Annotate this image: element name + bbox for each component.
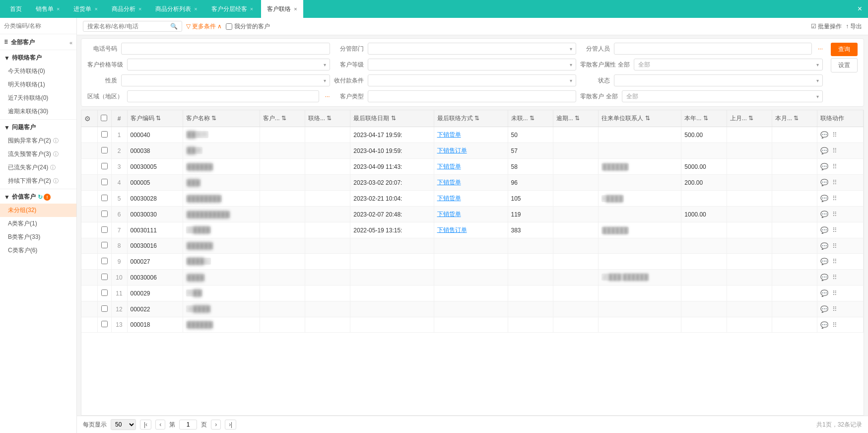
nav-customer-segment[interactable]: 客户分层经客 × <box>205 0 259 18</box>
my-customers-checkbox-label[interactable]: 我分管的客户 <box>226 22 270 31</box>
nav-purchase[interactable]: 进货单 × <box>67 0 103 18</box>
page-size-select[interactable]: 50 20 100 <box>111 419 136 430</box>
grid-icon[interactable]: ⠿ <box>832 258 837 265</box>
sidebar-item-churn-warning[interactable]: 流失预警客户(3) ⓘ <box>0 147 76 161</box>
this-year-col-header[interactable]: 本年... ⇅ <box>681 110 727 127</box>
chat-icon[interactable]: 💬 <box>820 226 828 234</box>
row-checkbox[interactable] <box>101 226 108 233</box>
last-contact-method-col-header[interactable]: 最后联络方式 ⇅ <box>434 110 508 127</box>
grid-icon[interactable]: ⠿ <box>832 242 837 250</box>
grid-icon[interactable]: ⠿ <box>832 211 837 218</box>
filter-price-level-select[interactable] <box>127 59 330 71</box>
all-customers-header[interactable]: ⠿ 全部客户 « <box>0 34 76 49</box>
last-contact-date-col-header[interactable]: 最后联络日期 ⇅ <box>350 110 434 127</box>
grid-icon[interactable]: ⠿ <box>832 321 837 329</box>
grid-icon[interactable]: ⠿ <box>832 131 837 139</box>
search-input[interactable] <box>87 23 170 30</box>
name-col-header[interactable]: 客户名称 ⇅ <box>183 110 260 127</box>
nav-product-analysis[interactable]: 商品分析 × <box>106 0 147 18</box>
grid-icon[interactable]: ⠿ <box>832 179 837 186</box>
sidebar-search-box[interactable]: 🔍 <box>0 18 76 34</box>
filter-phone-input[interactable] <box>121 43 330 55</box>
row-checkbox[interactable] <box>101 289 108 296</box>
region-more-icon[interactable]: ··· <box>325 93 330 100</box>
contact-method-link[interactable]: 下销货单 <box>437 131 461 138</box>
contact-col-header[interactable]: 联络... ⇅ <box>305 110 350 127</box>
this-month-col-header[interactable]: 本月... ⇅ <box>772 110 817 127</box>
close-customer-segment-icon[interactable]: × <box>250 6 253 12</box>
grid-icon[interactable]: ⠿ <box>832 226 837 234</box>
nav-product-analysis-list[interactable]: 商品分析列表 × <box>149 0 203 18</box>
chat-icon[interactable]: 💬 <box>820 242 828 250</box>
row-last-contact-method[interactable]: 下销售订单 <box>434 143 508 159</box>
contact-method-link[interactable]: 下销货单 <box>437 211 461 217</box>
query-button[interactable]: 查询 <box>831 43 858 56</box>
row-checkbox[interactable] <box>101 258 108 264</box>
nav-customer-contact[interactable]: 客户联络 × <box>261 0 303 18</box>
grid-icon[interactable]: ⠿ <box>832 163 837 170</box>
row-last-contact-method[interactable]: 下销货单 <box>434 191 508 207</box>
batch-operation-btn[interactable]: ☑ 批量操作 <box>811 22 842 31</box>
row-checkbox[interactable] <box>101 179 108 185</box>
sidebar-item-ungroup[interactable]: 未分组(32) <box>0 204 76 217</box>
refresh-icon[interactable]: ↻ <box>38 194 43 201</box>
sidebar-item-7days[interactable]: 近7天待联络(0) <box>0 91 76 105</box>
row-checkbox[interactable] <box>101 274 108 280</box>
sidebar-item-b-class[interactable]: B类客户(33) <box>0 230 76 244</box>
value-customers-header[interactable]: ▼ 价值客户 ↻ ! <box>0 190 76 204</box>
chat-icon[interactable]: 💬 <box>820 147 828 154</box>
nav-close-all-icon[interactable]: × <box>858 4 862 13</box>
chat-icon[interactable]: 💬 <box>820 195 828 202</box>
row-last-contact-method[interactable]: 下销售订单 <box>434 222 508 238</box>
chat-icon[interactable]: 💬 <box>820 321 828 329</box>
row-last-contact-method[interactable]: 下销货单 <box>434 207 508 222</box>
manager-more-icon[interactable]: ··· <box>818 45 823 52</box>
close-purchase-icon[interactable]: × <box>94 6 97 12</box>
chat-icon[interactable]: 💬 <box>820 179 828 186</box>
pending-contact-header[interactable]: ▼ 待联络客户 <box>0 51 76 65</box>
not-contacted-col-header[interactable]: 未联... ⇅ <box>508 110 553 127</box>
next-page-btn[interactable]: › <box>211 420 221 430</box>
sidebar-item-a-class[interactable]: A类客户(1) <box>0 217 76 230</box>
sidebar-item-overdue[interactable]: 逾期未联络(30) <box>0 105 76 118</box>
last-month-col-header[interactable]: 上月... ⇅ <box>727 110 772 127</box>
my-customers-checkbox[interactable] <box>226 23 232 30</box>
sidebar-item-today[interactable]: 今天待联络(0) <box>0 65 76 78</box>
last-page-btn[interactable]: ›| <box>225 420 236 430</box>
filter-more-btn[interactable]: ▽ 更多条件 ∧ <box>186 22 222 31</box>
filter-retail-attr-select[interactable]: 全部 <box>634 59 823 71</box>
filter-region-input[interactable] <box>127 90 319 102</box>
chat-icon[interactable]: 💬 <box>820 258 828 265</box>
contact-method-link[interactable]: 下销售订单 <box>437 226 467 233</box>
close-sales-icon[interactable]: × <box>57 6 60 12</box>
grid-icon[interactable]: ⠿ <box>832 274 837 281</box>
filter-manager-input[interactable] <box>614 43 812 55</box>
sidebar-search-input[interactable] <box>4 22 77 29</box>
search-icon[interactable]: 🔍 <box>170 23 178 30</box>
filter-nature-select[interactable] <box>121 74 330 86</box>
chat-icon[interactable]: 💬 <box>820 305 828 313</box>
filter-status-select[interactable] <box>614 74 823 86</box>
chat-icon[interactable]: 💬 <box>820 163 828 170</box>
row-checkbox[interactable] <box>101 147 108 153</box>
row-checkbox[interactable] <box>101 211 108 217</box>
row-last-contact-method[interactable]: 下销货单 <box>434 127 508 143</box>
sidebar-item-churned[interactable]: 已流失客户(24) ⓘ <box>0 161 76 174</box>
contact-method-link[interactable]: 下销货单 <box>437 163 461 170</box>
sidebar-item-abnormal[interactable]: 囤购异常客户(2) ⓘ <box>0 134 76 147</box>
grid-icon[interactable]: ⠿ <box>832 147 837 154</box>
chat-icon[interactable]: 💬 <box>820 211 828 218</box>
settings-icon[interactable]: ⚙ <box>84 115 91 123</box>
close-product-analysis-list-icon[interactable]: × <box>194 6 197 12</box>
filter-customer-type-input[interactable] <box>368 90 577 102</box>
grid-icon[interactable]: ⠿ <box>832 289 837 297</box>
select-all-checkbox[interactable] <box>101 115 107 121</box>
code-col-header[interactable]: 客户编码 ⇅ <box>127 110 183 127</box>
chat-icon[interactable]: 💬 <box>820 131 828 139</box>
reset-button[interactable]: 设置 <box>831 58 858 72</box>
contact-method-link[interactable]: 下销售订单 <box>437 147 467 154</box>
row-checkbox[interactable] <box>101 163 108 169</box>
filter-payment-select[interactable] <box>368 74 577 86</box>
first-page-btn[interactable]: |‹ <box>140 420 151 430</box>
sidebar-item-declining[interactable]: 持续下滑客户(2) ⓘ <box>0 174 76 188</box>
